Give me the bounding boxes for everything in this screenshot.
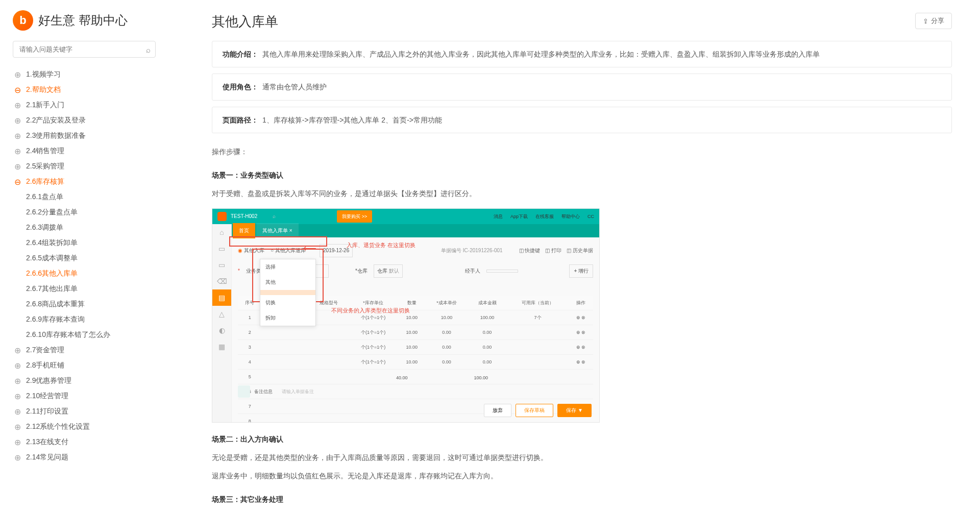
sidebar-item-label: 2.12系统个性化设置: [26, 422, 90, 431]
path-text: 1、库存核算->库存管理->其他入库单 2、首页->常用功能: [262, 116, 442, 124]
sidebar-item-5[interactable]: 2.4销售管理: [13, 147, 156, 156]
sidebar-item-label: 2.5采购管理: [26, 162, 64, 171]
sidebar-item-3[interactable]: 2.2产品安装及登录: [13, 116, 156, 125]
role-card: 使用角色：通常由仓管人员维护: [212, 74, 952, 100]
sidebar-item-label: 2.6.6其他入库单: [26, 269, 78, 278]
sidebar-item-13[interactable]: 2.6.6其他入库单: [13, 269, 156, 278]
sidebar-item-4[interactable]: 2.3使用前数据准备: [13, 131, 156, 140]
sidebar-item-label: 1.视频学习: [26, 70, 61, 79]
search-input[interactable]: [13, 41, 156, 58]
sidebar-item-14[interactable]: 2.6.7其他出库单: [13, 284, 156, 294]
sidebar-item-label: 2.6.1盘点单: [26, 192, 63, 202]
ss-logo-icon: [217, 212, 227, 221]
sidebar-item-label: 2.2产品安装及登录: [26, 116, 86, 125]
search-box: ⌕: [13, 41, 156, 58]
share-button[interactable]: ⇪ 分享: [915, 13, 952, 29]
minus-icon: [13, 177, 22, 186]
steps-label: 操作步骤：: [212, 144, 952, 159]
sidebar-item-15[interactable]: 2.6.8商品成本重算: [13, 300, 156, 309]
sidebar-item-label: 2.9优惠券管理: [26, 376, 71, 385]
search-icon[interactable]: ⌕: [146, 45, 151, 54]
sidebar-item-20[interactable]: 2.9优惠券管理: [13, 376, 156, 385]
intro-label: 功能介绍：: [223, 50, 258, 58]
plus-icon: [13, 392, 22, 401]
sidebar-item-12[interactable]: 2.6.5成本调整单: [13, 254, 156, 263]
sidebar-item-label: 2.6.7其他出库单: [26, 284, 78, 294]
share-label: 分享: [931, 16, 944, 26]
sidebar-item-10[interactable]: 2.6.3调拨单: [13, 223, 156, 232]
sidebar-item-19[interactable]: 2.8手机旺铺: [13, 361, 156, 370]
role-text: 通常由仓管人员维护: [262, 83, 327, 91]
intro-card: 功能介绍：其他入库单用来处理除采购入库、产成品入库之外的其他入库业务，因此其他入…: [212, 41, 952, 67]
ss-save-button: 保存 ▼: [557, 404, 592, 417]
sidebar-item-label: 2.6.4组装拆卸单: [26, 238, 78, 248]
scene2-title: 场景二：出入方向确认: [212, 432, 952, 446]
sidebar-item-1[interactable]: 2.帮助文档: [13, 85, 156, 94]
sidebar-item-7[interactable]: 2.6库存核算: [13, 177, 156, 186]
ss-action-buttons: 放弃 保存草稿 保存 ▼: [484, 404, 592, 417]
screenshot-image: TEST-H002 ⌕ 我要购买 >> 消息App下载在线客服帮助中心CC 首页…: [212, 208, 600, 423]
sidebar-item-label: 2.7资金管理: [26, 346, 64, 355]
sidebar-item-label: 2.11打印设置: [26, 407, 68, 416]
sidebar-item-label: 2.6.10库存账本错了怎么办: [26, 330, 110, 339]
sidebar-item-21[interactable]: 2.10经营管理: [13, 392, 156, 401]
plus-icon: [13, 101, 22, 110]
plus-icon: [13, 361, 22, 370]
sidebar-item-label: 2.13在线支付: [26, 438, 68, 447]
sidebar-item-9[interactable]: 2.6.2分量盘点单: [13, 208, 156, 217]
sidebar-item-label: 2.10经营管理: [26, 392, 68, 401]
sidebar-item-16[interactable]: 2.6.9库存账本查询: [13, 315, 156, 324]
intro-text: 其他入库单用来处理除采购入库、产成品入库之外的其他入库业务，因此其他入库单可处理…: [262, 50, 820, 58]
ss-env-label: TEST-H002: [231, 211, 257, 222]
sidebar-item-label: 2.1新手入门: [26, 101, 64, 110]
sidebar-item-6[interactable]: 2.5采购管理: [13, 162, 156, 171]
plus-icon: [13, 70, 22, 79]
sidebar-nav: 1.视频学习2.帮助文档2.1新手入门2.2产品安装及登录2.3使用前数据准备2…: [13, 67, 156, 465]
brand-logo-link[interactable]: b 好生意 帮助中心: [13, 10, 156, 31]
page-title: 其他入库单: [212, 13, 278, 31]
sidebar-item-label: 2.6.5成本调整单: [26, 254, 78, 263]
sidebar-item-label: 2.4销售管理: [26, 147, 64, 156]
sidebar-item-25[interactable]: 2.14常见问题: [13, 453, 156, 462]
sidebar-item-22[interactable]: 2.11打印设置: [13, 407, 156, 416]
sidebar: b 好生意 帮助中心 ⌕ 1.视频学习2.帮助文档2.1新手入门2.2产品安装及…: [0, 0, 168, 510]
sidebar-item-label: 2.14常见问题: [26, 453, 68, 462]
ss-cancel-button: 放弃: [484, 404, 511, 417]
ss-annotation-1: 入库、退货业务 在这里切换: [347, 239, 415, 251]
sidebar-item-label: 2.6库存核算: [26, 177, 64, 186]
sidebar-item-11[interactable]: 2.6.4组装拆卸单: [13, 238, 156, 248]
ss-draft-button: 保存草稿: [516, 404, 553, 417]
plus-icon: [13, 407, 22, 416]
path-card: 页面路径：1、库存核算->库存管理->其他入库单 2、首页->常用功能: [212, 107, 952, 133]
sidebar-item-0[interactable]: 1.视频学习: [13, 70, 156, 79]
plus-icon: [13, 438, 22, 447]
sidebar-item-24[interactable]: 2.13在线支付: [13, 438, 156, 447]
ss-memo-row: 备注信息 请输入单据备注: [238, 385, 314, 398]
path-label: 页面路径：: [223, 116, 258, 124]
ss-totals-row: 40.00 100.00: [238, 373, 592, 382]
sidebar-item-label: 2.6.8商品成本重算: [26, 300, 85, 309]
scene2-p1: 无论是受赠，还是其他类型的业务，由于入库商品质量等原因，需要退回，这时可通过单据…: [212, 450, 952, 465]
sidebar-item-23[interactable]: 2.12系统个性化设置: [13, 422, 156, 431]
role-label: 使用角色：: [223, 83, 258, 91]
sidebar-item-17[interactable]: 2.6.10库存账本错了怎么办: [13, 330, 156, 339]
plus-icon: [13, 422, 22, 431]
brand-title: 好生意 帮助中心: [38, 12, 128, 29]
scene1-title: 场景一：业务类型确认: [212, 168, 952, 182]
sidebar-item-18[interactable]: 2.7资金管理: [13, 346, 156, 355]
sidebar-item-8[interactable]: 2.6.1盘点单: [13, 192, 156, 202]
sidebar-item-2[interactable]: 2.1新手入门: [13, 101, 156, 110]
main-content: 其他入库单 ⇪ 分享 功能介绍：其他入库单用来处理除采购入库、产成品入库之外的其…: [168, 0, 980, 510]
sidebar-item-label: 2.8手机旺铺: [26, 361, 64, 370]
plus-icon: [13, 131, 22, 140]
ss-buy-button: 我要购买 >>: [337, 210, 372, 223]
sidebar-item-label: 2.3使用前数据准备: [26, 131, 86, 140]
ss-left-nav: ⌂▭▭⌫ ▤△◐▦: [212, 224, 232, 422]
scene2-p2: 退库业务中，明细数量均以负值红色展示。无论是入库还是退库，库存账均记在入库方向。: [212, 469, 952, 483]
plus-icon: [13, 346, 22, 355]
plus-icon: [13, 116, 22, 125]
sidebar-item-label: 2.6.3调拨单: [26, 223, 63, 232]
ss-top-right: 消息App下载在线客服帮助中心CC: [494, 212, 594, 221]
scene1-p1: 对于受赠、盘盈或是拆装入库等不同的业务，是通过单据头【业务类型】进行区分。: [212, 186, 952, 201]
sidebar-item-label: 2.6.2分量盘点单: [26, 208, 78, 217]
